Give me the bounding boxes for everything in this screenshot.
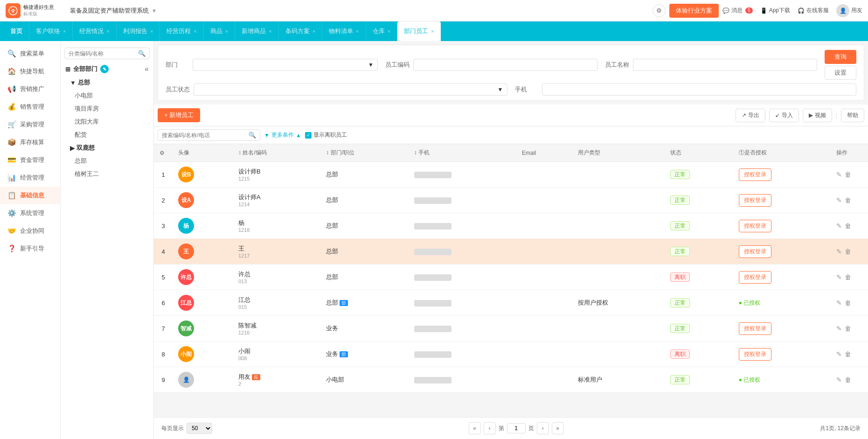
delete-icon[interactable]: 🗑 — [845, 325, 851, 332]
auth-login-btn[interactable]: 授权登录 — [739, 271, 771, 284]
col-name[interactable]: ↕ 姓名/编码 — [233, 144, 320, 162]
nav-tab-客户联络[interactable]: 客户联络× — [29, 21, 73, 41]
nav-tab-首页[interactable]: 首页 — [4, 21, 29, 41]
auth-login-btn[interactable]: 授权登录 — [739, 220, 771, 232]
delete-icon[interactable]: 🗑 — [845, 171, 851, 178]
title-dropdown-icon[interactable]: ▼ — [152, 8, 157, 14]
nav-tab-经营情况[interactable]: 经营情况× — [73, 21, 116, 41]
export-button[interactable]: ↗ 导出 — [736, 109, 765, 122]
nav-tab-商品[interactable]: 商品× — [204, 21, 235, 41]
dept-search-input[interactable] — [69, 50, 136, 57]
filter-empstatus-select[interactable]: ▼ — [194, 84, 507, 96]
dept-item-shenyangdaku[interactable]: 沈阳大库 — [65, 115, 153, 128]
gear-button[interactable]: ⚙ — [653, 4, 666, 17]
online-service-btn[interactable]: 🎧 在线客服 — [798, 7, 829, 14]
app-download-btn[interactable]: 📱 App下载 — [760, 7, 790, 14]
col-settings[interactable]: ⚙ — [154, 144, 173, 162]
nav-tab-close[interactable]: × — [356, 28, 359, 34]
delete-icon[interactable]: 🗑 — [845, 248, 851, 255]
page-size-select[interactable]: 50 20 100 — [187, 423, 212, 434]
edit-icon[interactable]: ✎ — [836, 196, 842, 204]
import-button[interactable]: ↙ 导入 — [769, 109, 799, 122]
message-btn[interactable]: 💬 消息 5 — [722, 7, 753, 14]
nav-tab-物料清单[interactable]: 物料清单× — [322, 21, 366, 41]
nav-tab-仓库[interactable]: 仓库× — [366, 21, 397, 41]
set-button[interactable]: 设置 — [825, 66, 856, 80]
show-resigned-checkbox[interactable]: ✓ — [305, 132, 312, 139]
nav-tab-close[interactable]: × — [269, 28, 271, 34]
auth-login-btn[interactable]: 授权登录 — [739, 245, 771, 258]
filter-empcode-input[interactable] — [413, 59, 597, 71]
nav-tab-close[interactable]: × — [225, 28, 228, 34]
filter-dept-select[interactable]: ▼ — [193, 59, 378, 71]
sidebar-item-经营管理[interactable]: 📊 经营管理 — [0, 169, 60, 187]
edit-icon[interactable]: ✎ — [836, 222, 842, 230]
dept-item-zhishu[interactable]: 植树王二 — [65, 167, 153, 181]
delete-icon[interactable]: 🗑 — [845, 196, 851, 204]
dept-collapse-btn[interactable]: « — [145, 65, 149, 73]
edit-icon[interactable]: ✎ — [836, 299, 842, 307]
nav-tab-部门员工[interactable]: 部门员工× — [397, 21, 441, 41]
page-number-input[interactable] — [507, 423, 526, 433]
view-button[interactable]: ▶ 视频 — [803, 109, 832, 122]
prev-page-btn[interactable]: ‹ — [484, 422, 496, 434]
first-page-btn[interactable]: « — [469, 422, 481, 434]
auth-login-btn[interactable]: 授权登录 — [739, 168, 771, 181]
nav-tab-close[interactable]: × — [150, 28, 153, 34]
dept-edit-badge[interactable]: ✎ — [100, 65, 109, 73]
edit-icon[interactable]: ✎ — [836, 350, 842, 358]
sidebar-item-快捷导航[interactable]: 🏠 快捷导航 — [0, 63, 60, 80]
nav-tab-close[interactable]: × — [431, 28, 434, 34]
nav-tab-close[interactable]: × — [106, 28, 109, 34]
delete-icon[interactable]: 🗑 — [845, 376, 851, 383]
delete-icon[interactable]: 🗑 — [845, 273, 851, 281]
sidebar-item-企业协同[interactable]: 🤝 企业协同 — [0, 222, 60, 240]
dept-group-title-shuanglu[interactable]: ▶ 双鹿想 — [65, 141, 153, 154]
dept-item-zongbu2[interactable]: 总部 — [65, 154, 153, 167]
filter-empname-input[interactable] — [633, 59, 817, 71]
add-employee-button[interactable]: + 新增员工 — [158, 108, 200, 122]
nav-tab-新增商品[interactable]: 新增商品× — [235, 21, 278, 41]
next-page-btn[interactable]: › — [537, 422, 549, 434]
sidebar-item-销售管理[interactable]: 💰 销售管理 — [0, 98, 60, 116]
nav-tab-利润报告[interactable]: 利润报告× — [117, 21, 160, 41]
sidebar-item-基础信息[interactable]: 📋 基础信息 — [0, 187, 60, 204]
sidebar-item-营销推广[interactable]: 📢 营销推广 — [0, 80, 60, 98]
trial-button[interactable]: 体验行业方案 — [669, 4, 719, 18]
nav-tab-close[interactable]: × — [312, 28, 315, 34]
sidebar-item-库存核算[interactable]: 📦 库存核算 — [0, 133, 60, 151]
sidebar-item-采购管理[interactable]: 🛒 采购管理 — [0, 116, 60, 133]
delete-icon[interactable]: 🗑 — [845, 299, 851, 307]
sidebar-item-新手引导[interactable]: ❓ 新手引导 — [0, 240, 60, 258]
last-page-btn[interactable]: » — [552, 422, 564, 434]
col-phone[interactable]: ↕ 手机 — [409, 144, 516, 162]
delete-icon[interactable]: 🗑 — [845, 222, 851, 230]
help-button[interactable]: 帮助 — [841, 109, 864, 122]
edit-icon[interactable]: ✎ — [836, 273, 842, 281]
edit-icon[interactable]: ✎ — [836, 376, 842, 383]
all-dept-header[interactable]: ⊞ 全部部门 ✎ « — [61, 62, 153, 76]
dept-item-peihuo[interactable]: 配货 — [65, 128, 153, 141]
nav-tab-close[interactable]: × — [388, 28, 390, 34]
filter-phone-input[interactable] — [542, 84, 857, 96]
nav-tab-经营历程[interactable]: 经营历程× — [160, 21, 203, 41]
sidebar-item-搜索菜单[interactable]: 🔍 搜索菜单 — [0, 45, 60, 63]
auth-login-btn[interactable]: 授权登录 — [739, 194, 771, 207]
edit-icon[interactable]: ✎ — [836, 248, 842, 255]
query-button[interactable]: 查询 — [825, 50, 856, 64]
sidebar-item-资金管理[interactable]: 💳 资金管理 — [0, 151, 60, 169]
edit-icon[interactable]: ✎ — [836, 325, 842, 332]
nav-tab-条码方案[interactable]: 条码方案× — [279, 21, 322, 41]
sidebar-item-系统管理[interactable]: ⚙️ 系统管理 — [0, 204, 60, 222]
auth-login-btn[interactable]: 授权登录 — [739, 322, 771, 335]
user-menu[interactable]: 👤 用友 — [836, 4, 862, 17]
show-resigned-wrap[interactable]: ✓ 显示离职员工 — [305, 131, 347, 139]
delete-icon[interactable]: 🗑 — [845, 350, 851, 358]
col-dept[interactable]: ↕ 部门/职位 — [320, 144, 408, 162]
auth-login-btn[interactable]: 授权登录 — [739, 348, 771, 361]
edit-icon[interactable]: ✎ — [836, 171, 842, 178]
dept-item-xiaodianbu[interactable]: 小电部 — [65, 89, 153, 102]
nav-tab-close[interactable]: × — [63, 28, 66, 34]
nav-tab-close[interactable]: × — [194, 28, 196, 34]
more-filter-btn[interactable]: ▼ 更多条件 ▲ — [264, 131, 301, 139]
